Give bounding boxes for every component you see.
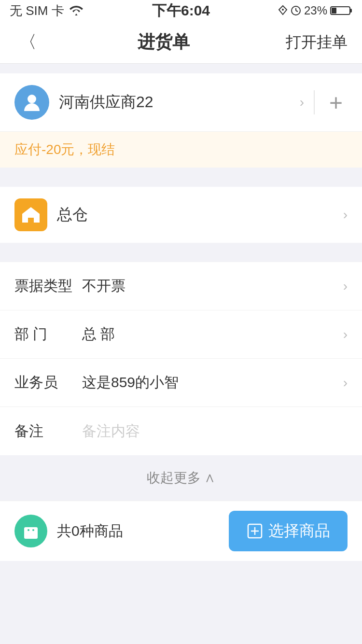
battery-icon — [330, 5, 352, 16]
invoice-type-label: 票据类型 — [14, 276, 82, 296]
carrier-label: 无 SIM 卡 — [10, 2, 64, 19]
svg-point-10 — [32, 529, 34, 531]
remark-label: 备注 — [14, 421, 82, 441]
back-button[interactable]: 〈 — [14, 26, 42, 59]
status-bar: 无 SIM 卡 下午6:04 23% — [0, 0, 362, 21]
warehouse-chevron-icon: › — [343, 207, 348, 223]
salesperson-label: 业务员 — [14, 373, 82, 392]
salesperson-row[interactable]: 业务员 这是859的小智 › — [0, 359, 362, 407]
salesperson-chevron-icon: › — [343, 375, 348, 391]
department-label: 部 门 — [14, 324, 82, 344]
product-icon-wrap — [14, 515, 47, 547]
warehouse-name: 总仓 — [57, 204, 338, 225]
remark-placeholder: 备注内容 — [82, 421, 348, 441]
location-icon — [278, 5, 288, 16]
warehouse-card: 总仓 › — [0, 187, 362, 243]
notice-text: 应付-20元，现结 — [14, 142, 115, 157]
svg-rect-6 — [332, 8, 336, 14]
house-icon — [20, 204, 42, 225]
svg-rect-5 — [350, 9, 352, 13]
section-gap-1 — [0, 64, 362, 73]
invoice-type-row[interactable]: 票据类型 不开票 › — [0, 262, 362, 310]
warehouse-row[interactable]: 总仓 › — [0, 187, 362, 243]
status-time: 下午6:04 — [152, 1, 210, 21]
wifi-icon — [68, 5, 84, 16]
nav-bar: 〈 进货单 打开挂单 — [0, 21, 362, 64]
select-product-label: 选择商品 — [268, 520, 330, 542]
supplier-chevron-icon: › — [300, 95, 304, 110]
clock-icon — [291, 5, 301, 16]
svg-point-0 — [282, 9, 284, 11]
department-value: 总 部 — [82, 324, 338, 344]
bottom-bar: 共0种商品 选择商品 — [0, 501, 362, 561]
select-product-button[interactable]: 选择商品 — [229, 511, 348, 551]
supplier-avatar — [14, 85, 49, 120]
remark-row[interactable]: 备注 备注内容 — [0, 407, 362, 455]
salesperson-value: 这是859的小智 — [82, 373, 338, 392]
supplier-card: 河南供应商22 › + 应付-20元，现结 — [0, 73, 362, 168]
department-row[interactable]: 部 门 总 部 › — [0, 310, 362, 359]
supplier-name: 河南供应商22 — [59, 92, 295, 113]
page-title: 进货单 — [138, 30, 190, 54]
open-pending-button[interactable]: 打开挂单 — [286, 32, 348, 53]
svg-point-9 — [28, 529, 29, 531]
status-left: 无 SIM 卡 — [10, 2, 84, 19]
product-count-label: 共0种商品 — [57, 521, 229, 541]
shopping-bag-icon — [20, 520, 42, 542]
status-right: 23% — [278, 4, 352, 17]
select-product-icon — [246, 522, 264, 540]
section-gap-2 — [0, 168, 362, 177]
notice-banner: 应付-20元，现结 — [0, 132, 362, 168]
section-gap-3 — [0, 243, 362, 252]
supplier-row[interactable]: 河南供应商22 › + — [0, 73, 362, 132]
form-section: 票据类型 不开票 › 部 门 总 部 › 业务员 这是859的小智 › 备注 备… — [0, 262, 362, 455]
department-chevron-icon: › — [343, 327, 348, 342]
bottom-fill — [0, 561, 362, 644]
invoice-type-value: 不开票 — [82, 276, 338, 296]
person-icon — [20, 91, 43, 114]
warehouse-icon-wrap — [14, 198, 47, 231]
collapse-button[interactable]: 收起更多 ∧ — [0, 455, 362, 501]
svg-point-7 — [28, 95, 36, 103]
svg-line-3 — [296, 11, 298, 12]
divider — [314, 90, 315, 114]
svg-rect-8 — [24, 527, 38, 539]
battery-label: 23% — [304, 4, 327, 17]
add-supplier-button[interactable]: + — [324, 89, 348, 116]
collapse-label: 收起更多 ∧ — [147, 469, 216, 487]
invoice-chevron-icon: › — [343, 279, 348, 294]
